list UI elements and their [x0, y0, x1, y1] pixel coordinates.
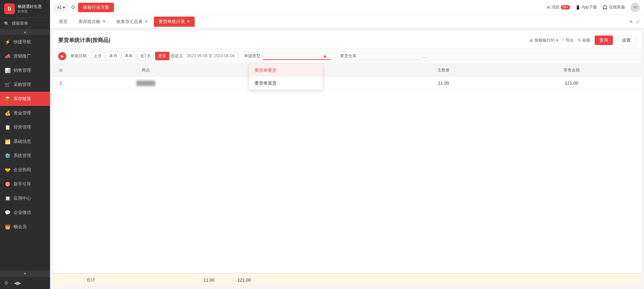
- headset-icon: 🎧: [602, 5, 607, 10]
- sidebar-item-finance[interactable]: 💰 资金管理: [0, 106, 50, 120]
- tab-close-request[interactable]: ✕: [187, 19, 190, 24]
- filter-row: ▶ 单据日期 上月 本月 本年 近7天 更多 自定义 2023-05-06 至 …: [53, 48, 641, 64]
- marketing-icon: 📣: [4, 53, 11, 60]
- sidebar-scroll-down[interactable]: ▼: [0, 271, 50, 276]
- app-download-btn[interactable]: 📱 App下载: [575, 4, 597, 10]
- sidebar-item-wechat[interactable]: 💬 企业微信: [0, 205, 50, 220]
- system-icon: ⚙️: [4, 152, 11, 159]
- filter-type-input[interactable]: [263, 52, 323, 59]
- settings-footer-btn[interactable]: ⚙: [4, 280, 8, 286]
- finance-icon: 💰: [4, 110, 11, 116]
- page-header: 要货单统计表(按商品) 🖨 按模板打印 ▾ ↑ 导出 ↻ 刷新 查询 设置: [53, 31, 641, 48]
- page-title: 要货单统计表(按商品): [58, 37, 111, 44]
- sidebar-item-enterprise[interactable]: 🤝 企业协同: [0, 163, 50, 177]
- online-service-btn[interactable]: 🎧 在线客服: [602, 4, 625, 10]
- table-header-row: ⚙ 商品 主计量单位 主数量 零售金额: [53, 64, 641, 77]
- date-custom-btn[interactable]: 自定义: [171, 53, 183, 59]
- col-amount: 零售金额: [502, 64, 641, 77]
- date-btn-this-month[interactable]: 本月: [106, 52, 120, 60]
- app-logo: b 畅捷通好生意 标准版: [0, 0, 50, 18]
- promo-button[interactable]: 体验行业方案: [78, 3, 114, 12]
- sidebar-item-member[interactable]: 👑 畅会员: [0, 220, 50, 234]
- inventory-icon: 📦: [4, 95, 11, 102]
- tab-request-stat[interactable]: 要货单统计表 ✕: [154, 17, 195, 27]
- store-selector[interactable]: 41 ▾: [54, 4, 68, 11]
- sidebar-nav: ⚡ 快捷导航 📣 营销推广 📊 销售管理 🛒 采购管理 📦 库存核算 💰 资金管…: [0, 35, 50, 271]
- content-area: 要货单统计表(按商品) 🖨 按模板打印 ▾ ↑ 导出 ↻ 刷新 查询 设置: [53, 31, 641, 286]
- table-settings-icon[interactable]: ⚙: [59, 68, 63, 73]
- print-template-btn[interactable]: 🖨 按模板打印 ▾: [529, 38, 558, 43]
- table-footer: 合计 11.00 121.00: [53, 273, 641, 286]
- date-btn-this-year[interactable]: 本年: [122, 52, 136, 60]
- date-btn-last-month[interactable]: 上月: [91, 52, 105, 60]
- tab-close-batch[interactable]: ✕: [102, 19, 105, 24]
- member-icon: 👑: [4, 223, 11, 230]
- search-icon: 🔍: [4, 21, 9, 26]
- date-btn-7days[interactable]: 近7天: [137, 52, 154, 60]
- col-qty: 主数量: [385, 64, 502, 77]
- topbar-settings-icon[interactable]: ⚙: [71, 4, 75, 10]
- filter-more-icon[interactable]: …: [423, 53, 428, 59]
- messages-btn[interactable]: ✉ 消息 99+: [547, 4, 570, 10]
- type-chevron-up-icon[interactable]: ▲: [323, 53, 327, 59]
- settings-button[interactable]: 设置: [617, 35, 636, 45]
- print-icon: 🖨: [529, 38, 533, 43]
- topbar-left: 41 ▾ ⚙ 体验行业方案: [54, 3, 114, 12]
- cell-qty: 11.00: [385, 77, 502, 89]
- filter-expand-btn[interactable]: ▶: [58, 52, 66, 60]
- topbar-right: ✉ 消息 99+ 📱 App下载 🎧 在线客服 Rit: [547, 3, 640, 12]
- sidebar-item-system[interactable]: ⚙️ 系统管理: [0, 149, 50, 163]
- close-tab-icon[interactable]: ✕: [629, 19, 633, 24]
- filter-type-input-wrap: ▲: [263, 52, 331, 60]
- sidebar-item-appstore[interactable]: 🔲 应用中心: [0, 191, 50, 205]
- sidebar-item-purchase[interactable]: 🛒 采购管理: [0, 77, 50, 92]
- export-btn[interactable]: ↑ 导出: [562, 38, 574, 43]
- data-table: ⚙ 商品 主计量单位 主数量 零售金额 1 ██████ 块 11.00 12: [53, 64, 641, 89]
- sidebar-item-sales[interactable]: 📊 销售管理: [0, 63, 50, 77]
- sidebar-item-inventory[interactable]: 📦 库存核算: [0, 92, 50, 106]
- download-icon: 📱: [575, 5, 580, 10]
- purchase-icon: 🛒: [4, 81, 11, 88]
- sidebar-item-quick-nav[interactable]: ⚡ 快捷导航: [0, 35, 50, 49]
- sidebar-scroll-up[interactable]: ▲: [0, 29, 50, 35]
- tab-home[interactable]: 首页: [54, 17, 72, 27]
- filter-warehouse-input[interactable]: [359, 52, 419, 60]
- date-btn-more[interactable]: 更多: [155, 52, 169, 60]
- newbie-icon: 🎯: [4, 181, 11, 187]
- dropdown-item-purchase-order[interactable]: 要货单要货: [249, 64, 323, 77]
- user-avatar[interactable]: Rit: [630, 3, 640, 12]
- refresh-btn[interactable]: ↻ 刷新: [578, 38, 591, 43]
- sidebar-search[interactable]: 🔍 搜索菜单: [0, 18, 50, 29]
- dropdown-item-purchase-return[interactable]: 要货单退货: [249, 77, 323, 90]
- expand-tab-icon[interactable]: ⤢: [636, 19, 640, 24]
- total-label: 合计: [87, 277, 95, 283]
- total-amount: 121.00: [238, 277, 251, 283]
- table-row: 1 ██████ 块 11.00 121.00: [53, 77, 641, 89]
- sidebar-item-operations[interactable]: 📋 经营管理: [0, 120, 50, 134]
- sales-icon: 📊: [4, 67, 11, 74]
- collapse-btn[interactable]: ◀▶: [14, 280, 21, 286]
- table-wrap: ⚙ 商品 主计量单位 主数量 零售金额 1 ██████ 块 11.00 12: [53, 64, 641, 273]
- app-logo-text: 畅捷通好生意 标准版: [18, 4, 42, 14]
- type-dropdown: 要货单要货 要货单退货: [249, 64, 323, 90]
- sidebar-item-marketing[interactable]: 📣 营销推广: [0, 49, 50, 63]
- tab-collect-summary[interactable]: 收发存汇总表 ✕: [112, 17, 152, 27]
- tab-batch-account[interactable]: 库存批次账 ✕: [74, 17, 110, 27]
- appstore-icon: 🔲: [4, 195, 11, 202]
- sidebar-item-newbie[interactable]: 🎯 新手引导: [0, 177, 50, 191]
- filter-date-btns: 上月 本月 本年 近7天 更多 自定义: [91, 52, 183, 60]
- col-settings: ⚙: [53, 64, 69, 77]
- quick-nav-icon: ⚡: [4, 39, 11, 45]
- cell-no: 1: [53, 77, 69, 89]
- sidebar-footer: ⚙ ◀▶: [0, 276, 50, 289]
- sidebar: b 畅捷通好生意 标准版 🔍 搜索菜单 ▲ ⚡ 快捷导航 📣 营销推广 📊 销售…: [0, 0, 50, 289]
- enterprise-icon: 🤝: [4, 166, 11, 173]
- col-product: 商品: [69, 64, 222, 77]
- tabs-bar: 首页 库存批次账 ✕ 收发存汇总表 ✕ 要货单统计表 ✕ ✕ ⤢: [50, 15, 644, 28]
- tab-close-collect[interactable]: ✕: [145, 19, 148, 24]
- chevron-down-icon: ▾: [63, 5, 65, 10]
- sidebar-item-basic[interactable]: 🗂️ 基础信息: [0, 134, 50, 149]
- query-button[interactable]: 查询: [595, 36, 613, 45]
- wechat-icon: 💬: [4, 209, 11, 216]
- total-qty: 11.00: [204, 277, 215, 283]
